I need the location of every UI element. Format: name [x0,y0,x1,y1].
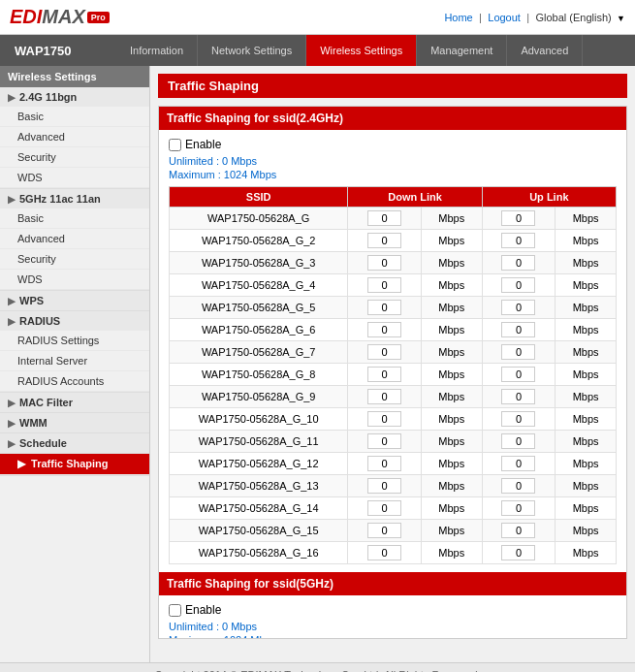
language-selector[interactable]: Global (English) [535,12,611,23]
sidebar-section-wps-header[interactable]: ▶ WPS [0,291,149,310]
up-value-cell [482,431,556,453]
up-unit-cell: Mbps [556,520,617,542]
down-input[interactable] [367,344,401,360]
up-input[interactable] [501,322,535,337]
sidebar-traffic-shaping-label: Traffic Shaping [31,458,108,469]
up-unit-cell: Mbps [556,497,617,520]
tab-network-settings[interactable]: Network Settings [198,35,306,66]
down-input[interactable] [367,322,401,337]
up-input[interactable] [501,367,535,382]
logo-edimax: EDIMAX [10,6,85,28]
enable-checkbox-5ghz[interactable] [169,604,181,617]
section-5ghz-title: Traffic Shaping for ssid(5GHz) [159,572,626,595]
content-scroll-area[interactable]: Traffic Shaping for ssid(2.4GHz) Enable … [158,106,627,639]
sidebar-section-radius-header[interactable]: ▶ RADIUS [0,311,149,331]
up-input[interactable] [501,255,535,271]
ssid-cell: WAP1750-05628A_G_15 [170,520,348,542]
ssid-cell: WAP1750-05628A_G_9 [170,386,348,408]
down-input[interactable] [367,255,401,271]
up-input[interactable] [501,478,535,494]
up-input[interactable] [501,233,535,248]
down-unit-cell: Mbps [421,475,482,497]
up-input[interactable] [501,389,535,404]
tab-advanced[interactable]: Advanced [507,35,583,66]
sidebar-section-schedule-header[interactable]: ▶ Schedule [0,433,149,453]
down-value-cell [348,208,422,230]
down-input[interactable] [367,300,401,315]
up-value-cell [482,497,556,520]
ssid-cell: WAP1750-05628A_G [170,208,348,230]
logo: EDIMAX Pro [10,6,110,28]
down-input[interactable] [367,500,401,516]
up-input[interactable] [501,411,535,427]
sidebar-item-5ghz-wds[interactable]: WDS [0,270,149,290]
sidebar-item-internal-server[interactable]: Internal Server [0,351,149,371]
down-input[interactable] [367,523,401,538]
section-24ghz: Traffic Shaping for ssid(2.4GHz) Enable … [159,107,626,572]
down-input[interactable] [367,389,401,404]
table-row: WAP1750-05628A_G_5 Mbps Mbps [170,297,617,319]
sidebar-item-traffic-shaping[interactable]: ▶ Traffic Shaping [0,454,149,475]
up-input[interactable] [501,433,535,449]
header-nav: Home | Logout | Global (English) ▼ [444,11,625,24]
enable-label-5ghz: Enable [185,603,221,617]
sidebar-item-24ghz-security[interactable]: Security [0,147,149,168]
sidebar-item-24ghz-advanced[interactable]: Advanced [0,127,149,147]
up-value-cell [482,319,556,341]
sidebar-section-5ghz: ▶ 5GHz 11ac 11an Basic Advanced Security… [0,189,149,291]
down-input[interactable] [367,478,401,494]
down-unit-cell: Mbps [421,542,482,564]
sidebar-item-24ghz-wds[interactable]: WDS [0,168,149,188]
sidebar-item-5ghz-advanced[interactable]: Advanced [0,229,149,249]
table-row: WAP1750-05628A_G_12 Mbps Mbps [170,453,617,475]
up-input[interactable] [501,500,535,516]
down-input[interactable] [367,433,401,449]
down-input[interactable] [367,456,401,471]
up-value-cell [482,542,556,564]
up-value-cell [482,364,556,386]
up-input[interactable] [501,523,535,538]
logout-link[interactable]: Logout [488,12,521,23]
home-link[interactable]: Home [444,12,472,23]
down-value-cell [348,520,422,542]
down-input[interactable] [367,367,401,382]
down-unit-cell: Mbps [421,408,482,431]
tab-wireless-settings[interactable]: Wireless Settings [306,35,417,66]
down-input[interactable] [367,233,401,248]
sidebar-section-5ghz-header[interactable]: ▶ 5GHz 11ac 11an [0,189,149,208]
up-unit-cell: Mbps [556,542,617,564]
table-row: WAP1750-05628A_G_13 Mbps Mbps [170,475,617,497]
down-input[interactable] [367,545,401,560]
down-input[interactable] [367,411,401,427]
sidebar-section-wmm-label: WMM [19,417,48,429]
up-input[interactable] [501,300,535,315]
enable-checkbox-24ghz[interactable] [169,139,181,151]
up-input[interactable] [501,545,535,560]
sidebar-section-mac-filter-header[interactable]: ▶ MAC Filter [0,393,149,412]
tab-information[interactable]: Information [116,35,198,66]
sidebar-item-5ghz-security[interactable]: Security [0,249,149,270]
up-input[interactable] [501,210,535,226]
sidebar-section-wmm-header[interactable]: ▶ WMM [0,413,149,432]
up-value-cell [482,274,556,297]
down-value-cell [348,408,422,431]
sidebar-item-radius-accounts[interactable]: RADIUS Accounts [0,371,149,392]
section-24ghz-body: Enable Unlimited : 0 Mbps Maximum : 1024… [159,130,626,572]
up-input[interactable] [501,456,535,471]
sidebar-item-5ghz-basic[interactable]: Basic [0,208,149,229]
sidebar-item-24ghz-basic[interactable]: Basic [0,107,149,127]
sidebar-item-radius-settings[interactable]: RADIUS Settings [0,331,149,351]
down-input[interactable] [367,210,401,226]
up-unit-cell: Mbps [556,319,617,341]
down-unit-cell: Mbps [421,386,482,408]
up-input[interactable] [501,344,535,360]
down-unit-cell: Mbps [421,319,482,341]
sidebar-section-24ghz-header[interactable]: ▶ 2.4G 11bgn [0,87,149,107]
up-input[interactable] [501,277,535,293]
ssid-cell: WAP1750-05628A_G_2 [170,230,348,252]
ssid-cell: WAP1750-05628A_G_10 [170,408,348,431]
enable-row-24ghz: Enable [169,138,617,151]
down-input[interactable] [367,277,401,293]
tab-management[interactable]: Management [417,35,507,66]
up-value-cell [482,520,556,542]
